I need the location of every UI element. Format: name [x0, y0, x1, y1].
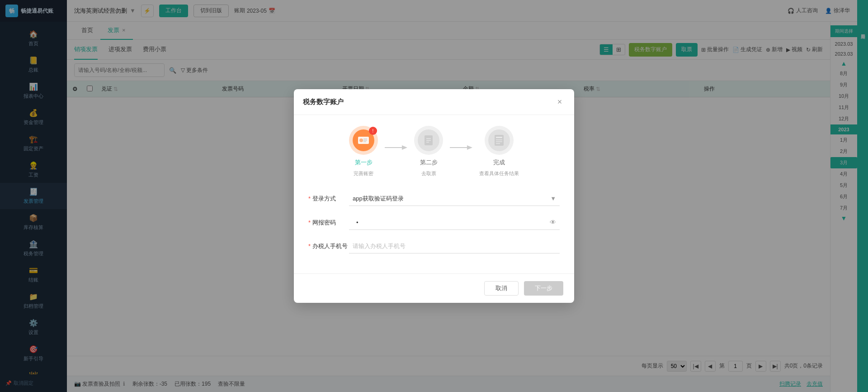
id-card-icon [357, 134, 370, 147]
document-icon [422, 134, 435, 147]
step-2-label: 第二步 [420, 158, 438, 167]
modal-title: 税务数字账户 [303, 98, 344, 106]
modal-header: 税务数字账户 × [294, 89, 574, 115]
step-3-sublabel: 查看具体任务结果 [479, 170, 519, 177]
password-field-wrapper: 👁 [349, 215, 560, 230]
login-method-row: * 登录方式 app获取验证码登录 ▼ [308, 191, 560, 206]
password-row: * 网报密码 👁 [308, 215, 560, 230]
cancel-button[interactable]: 取消 [484, 281, 519, 296]
required-star-2: * [308, 219, 311, 226]
tax-account-modal: 税务数字账户 × [294, 89, 574, 303]
login-method-select[interactable]: app获取验证码登录 ▼ [349, 191, 560, 206]
eye-icon[interactable]: 👁 [550, 219, 556, 226]
step-1-label: 第一步 [355, 158, 373, 167]
step-3-icon-wrapper [485, 126, 514, 155]
required-star-3: * [308, 243, 311, 249]
step-3: 完成 查看具体任务结果 [479, 126, 519, 177]
svg-rect-14 [496, 137, 502, 138]
step-1-sublabel: 完善账密 [354, 170, 373, 177]
svg-marker-6 [402, 145, 407, 150]
modal-body: ! 第一步 完善账密 [294, 115, 574, 273]
password-label: * 网报密码 [308, 219, 349, 227]
phone-row: * 办税人手机号 [308, 239, 560, 253]
step-2: 第二步 去取票 [414, 126, 443, 177]
checklist-icon [493, 134, 505, 147]
arrow-right-icon-2 [450, 143, 472, 152]
modal-footer: 取消 下一步 [294, 273, 574, 303]
step-1: ! 第一步 完善账密 [349, 126, 378, 177]
login-method-value: app获取验证码登录 [353, 195, 404, 203]
step-1-badge: ! [369, 127, 377, 135]
login-method-label: * 登录方式 [308, 195, 349, 203]
step-2-icon-wrapper [414, 126, 443, 155]
login-method-dropdown-icon: ▼ [550, 195, 556, 202]
modal-overlay: 税务数字账户 × [0, 0, 868, 392]
phone-label: * 办税人手机号 [308, 242, 349, 250]
required-star-1: * [308, 195, 311, 202]
modal-close-button[interactable]: × [554, 96, 565, 107]
svg-rect-13 [495, 135, 504, 146]
step-1-icon-wrapper: ! [349, 126, 378, 155]
password-input[interactable] [353, 215, 550, 229]
svg-marker-12 [467, 145, 472, 150]
step-arrow-1 [378, 143, 414, 152]
svg-point-1 [359, 139, 363, 142]
arrow-right-icon [385, 143, 407, 152]
step-arrow-2 [443, 143, 479, 152]
step-3-icon [488, 129, 510, 151]
step-2-icon [418, 129, 439, 151]
phone-input[interactable] [349, 239, 560, 253]
step-3-label: 完成 [493, 158, 505, 167]
next-button[interactable]: 下一步 [524, 281, 563, 296]
step-2-sublabel: 去取票 [421, 170, 436, 177]
steps-container: ! 第一步 完善账密 [308, 126, 560, 177]
